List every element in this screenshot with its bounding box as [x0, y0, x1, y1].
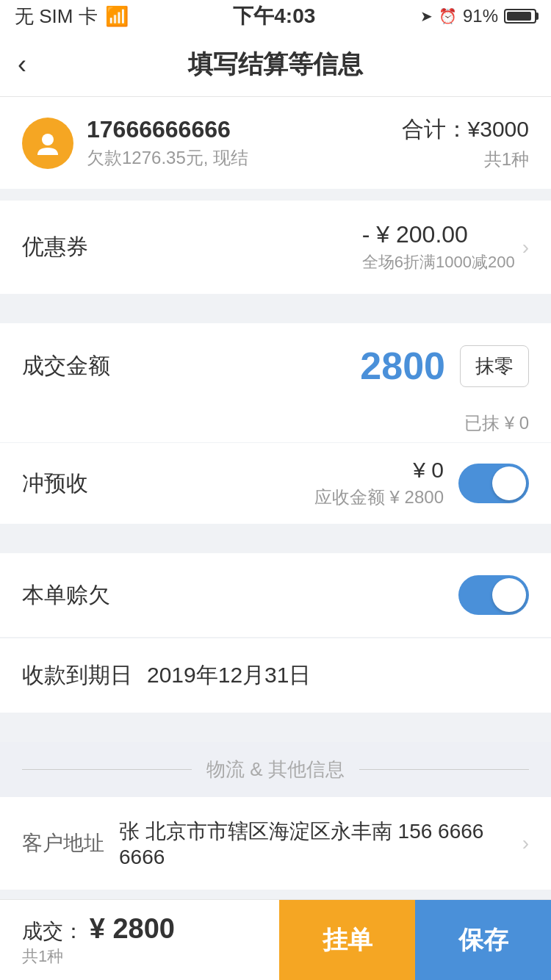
due-date-section: 收款到期日 2019年12月31日 — [0, 638, 551, 713]
prepay-sub: 应收金额 ¥ 2800 — [314, 486, 444, 509]
logistics-title: 物流 & 其他信息 — [206, 757, 345, 782]
section-divider-1 — [0, 309, 551, 323]
due-date-label: 收款到期日 — [22, 660, 132, 691]
wifi-icon: 📶 — [105, 5, 129, 28]
carrier-label: 无 SIM 卡 — [15, 4, 98, 29]
prepay-label: 冲预收 — [22, 469, 88, 499]
nav-bar: ‹ 填写结算等信息 — [0, 32, 551, 97]
section-divider-3 — [0, 727, 551, 742]
debit-toggle-knob — [492, 578, 526, 612]
status-bar: 无 SIM 卡 📶 下午4:03 ➤ ⏰ 91% — [0, 0, 551, 32]
back-button[interactable]: ‹ — [18, 49, 26, 80]
amount-row: 成交金额 2800 抹零 — [0, 323, 551, 408]
customer-phone: 17666666666 — [87, 116, 248, 143]
toggle-knob — [492, 466, 526, 500]
page-title: 填写结算等信息 — [188, 48, 363, 82]
amount-label: 成交金额 — [22, 351, 110, 381]
round-button[interactable]: 抹零 — [460, 345, 529, 387]
prepay-toggle[interactable] — [458, 464, 529, 503]
bottom-deal-row: 成交： ¥ 2800 — [22, 913, 257, 945]
prepay-value: ¥ 0 — [314, 458, 444, 483]
status-time: 下午4:03 — [233, 2, 315, 30]
battery-icon — [504, 9, 536, 24]
customer-card: 17666666666 欠款1276.35元, 现结 合计：¥3000 共1种 — [0, 97, 551, 189]
svg-point-0 — [42, 134, 54, 145]
coupon-label: 优惠券 — [22, 232, 88, 262]
address-value: 张 北京市市辖区海淀区永丰南 156 6666 6666 — [119, 818, 522, 869]
amount-value: 2800 — [360, 344, 445, 388]
total-amount: 合计：¥3000 — [402, 115, 529, 145]
status-right: ➤ ⏰ 91% — [420, 6, 536, 26]
bottom-deal-amount: ¥ 2800 — [90, 913, 175, 944]
battery-percent: 91% — [463, 6, 498, 26]
address-chevron-icon: › — [522, 832, 529, 855]
coupon-right: - ¥ 200.00 全场6折满1000减200 › — [362, 221, 529, 273]
amount-sub: 已抹 ¥ 0 — [0, 411, 551, 442]
customer-info: 17666666666 欠款1276.35元, 现结 — [87, 116, 248, 170]
customer-right: 合计：¥3000 共1种 — [402, 115, 529, 171]
address-right: › — [522, 832, 529, 855]
debit-label: 本单赊欠 — [22, 580, 110, 610]
chevron-right-icon: › — [522, 236, 529, 259]
status-left: 无 SIM 卡 📶 — [15, 4, 129, 29]
customer-left: 17666666666 欠款1276.35元, 现结 — [22, 116, 248, 170]
line-left — [22, 769, 192, 770]
prepay-section: 冲预收 ¥ 0 应收金额 ¥ 2800 — [0, 442, 551, 524]
clock-icon: ⏰ — [439, 7, 457, 25]
location-icon: ➤ — [420, 7, 433, 25]
customer-sub: 欠款1276.35元, 现结 — [87, 146, 248, 170]
amount-section: 成交金额 2800 抹零 已抹 ¥ 0 — [0, 323, 551, 442]
bottom-deal-label: 成交： — [22, 920, 84, 943]
main-content: 17666666666 欠款1276.35元, 现结 合计：¥3000 共1种 … — [0, 97, 551, 980]
coupon-row[interactable]: 优惠券 - ¥ 200.00 全场6折满1000减200 › — [0, 201, 551, 294]
bottom-deal-sub: 共1种 — [22, 945, 257, 968]
section-divider-2 — [0, 524, 551, 538]
bottom-bar: 成交： ¥ 2800 共1种 挂单 保存 — [0, 899, 551, 980]
hold-button[interactable]: 挂单 — [279, 900, 415, 981]
debit-section: 本单赊欠 — [0, 553, 551, 637]
debit-toggle[interactable] — [458, 575, 529, 615]
due-date-value: 2019年12月31日 — [147, 660, 311, 691]
prepay-right: ¥ 0 应收金额 ¥ 2800 — [314, 458, 529, 509]
bottom-summary: 成交： ¥ 2800 共1种 — [0, 913, 279, 968]
coupon-discount: - ¥ 200.00 — [362, 221, 515, 248]
address-row[interactable]: 客户地址 张 北京市市辖区海淀区永丰南 156 6666 6666 › — [0, 797, 551, 890]
coupon-desc: 全场6折满1000减200 — [362, 251, 515, 273]
total-sub: 共1种 — [402, 148, 529, 171]
logistics-header: 物流 & 其他信息 — [0, 742, 551, 797]
prepay-row: 冲预收 ¥ 0 应收金额 ¥ 2800 — [0, 443, 551, 524]
save-button[interactable]: 保存 — [415, 900, 551, 981]
avatar — [22, 118, 73, 169]
line-right — [359, 769, 529, 770]
amount-right: 2800 抹零 — [360, 344, 529, 388]
address-label: 客户地址 — [22, 829, 104, 857]
prepay-amount-block: ¥ 0 应收金额 ¥ 2800 — [314, 458, 444, 509]
